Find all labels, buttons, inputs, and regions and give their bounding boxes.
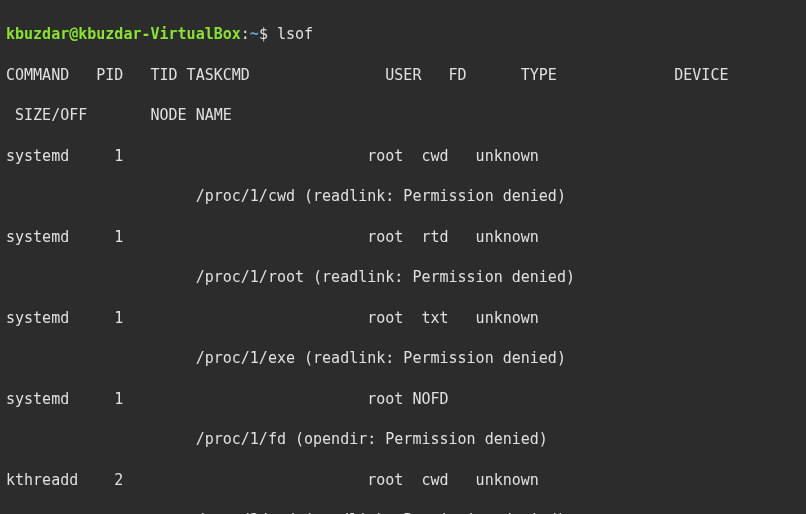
prompt-path: ~ <box>250 25 259 43</box>
table-row: /proc/1/root (readlink: Permission denie… <box>6 267 800 287</box>
terminal-output[interactable]: kbuzdar@kbuzdar-VirtualBox:~$ lsof COMMA… <box>0 0 806 514</box>
table-row: /proc/2/cwd (readlink: Permission denied… <box>6 510 800 514</box>
prompt-line[interactable]: kbuzdar@kbuzdar-VirtualBox:~$ lsof <box>6 24 800 44</box>
header-line-2: SIZE/OFF NODE NAME <box>6 105 800 125</box>
table-row: systemd 1 root NOFD <box>6 389 800 409</box>
table-row: systemd 1 root rtd unknown <box>6 227 800 247</box>
table-row: /proc/1/exe (readlink: Permission denied… <box>6 348 800 368</box>
table-row: kthreadd 2 root cwd unknown <box>6 470 800 490</box>
table-row: /proc/1/fd (opendir: Permission denied) <box>6 429 800 449</box>
table-row: systemd 1 root txt unknown <box>6 308 800 328</box>
prompt-symbol: $ <box>259 25 268 43</box>
table-row: systemd 1 root cwd unknown <box>6 146 800 166</box>
prompt-user-host: kbuzdar@kbuzdar-VirtualBox <box>6 25 241 43</box>
header-line-1: COMMAND PID TID TASKCMD USER FD TYPE DEV… <box>6 65 800 85</box>
command-input[interactable]: lsof <box>277 25 313 43</box>
table-row: /proc/1/cwd (readlink: Permission denied… <box>6 186 800 206</box>
